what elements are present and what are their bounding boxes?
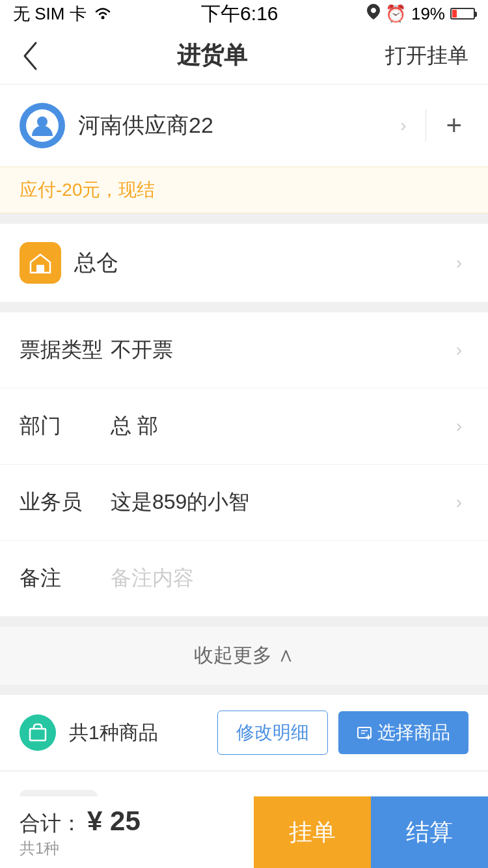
status-left: 无 SIM 卡 bbox=[13, 3, 113, 25]
warehouse-chevron-icon: › bbox=[456, 252, 462, 273]
bottom-bar: 合计： ¥ 25 共1种 挂单 结算 bbox=[0, 796, 488, 868]
warehouse-row[interactable]: 总仓 › bbox=[0, 224, 488, 302]
agent-value: 这是859的小智 bbox=[111, 488, 456, 517]
svg-rect-2 bbox=[36, 265, 44, 273]
agent-label: 业务员 bbox=[20, 488, 111, 517]
supplier-avatar bbox=[20, 103, 65, 148]
remark-row[interactable]: 备注 备注内容 bbox=[0, 541, 488, 616]
status-time: 下午6:16 bbox=[201, 1, 278, 27]
total-main: 合计： ¥ 25 bbox=[20, 806, 234, 838]
open-hang-button[interactable]: 打开挂单 bbox=[385, 42, 468, 70]
remark-input[interactable]: 备注内容 bbox=[111, 564, 468, 593]
warehouse-icon bbox=[20, 242, 61, 284]
svg-point-1 bbox=[37, 116, 47, 127]
location-icon bbox=[367, 4, 380, 24]
select-product-label: 选择商品 bbox=[377, 720, 450, 745]
supplier-row[interactable]: 河南供应商22 › + bbox=[0, 85, 488, 167]
wifi-icon bbox=[93, 4, 113, 24]
ticket-type-label: 票据类型 bbox=[20, 336, 111, 364]
form-section: 票据类型 不开票 › 部门 总 部 › 业务员 这是859的小智 › 备注 备注… bbox=[0, 312, 488, 616]
hang-button[interactable]: 挂单 bbox=[254, 796, 371, 868]
warehouse-section: 总仓 › bbox=[0, 224, 488, 302]
department-chevron-icon: › bbox=[456, 416, 462, 437]
supplier-name: 河南供应商22 bbox=[78, 111, 400, 141]
battery-percentage: 19% bbox=[411, 4, 445, 24]
remark-label: 备注 bbox=[20, 564, 111, 593]
product-header: 共1种商品 修改明细 选择商品 bbox=[0, 695, 488, 770]
svg-point-0 bbox=[101, 16, 104, 19]
supplier-chevron-icon: › bbox=[400, 115, 406, 136]
back-button[interactable] bbox=[20, 40, 39, 72]
nav-bar: 进货单 打开挂单 bbox=[0, 27, 488, 85]
ticket-type-row[interactable]: 票据类型 不开票 › bbox=[0, 312, 488, 388]
agent-row[interactable]: 业务员 这是859的小智 › bbox=[0, 465, 488, 541]
total-label: 合计： bbox=[20, 809, 82, 838]
agent-chevron-icon: › bbox=[456, 492, 462, 513]
supplier-divider bbox=[426, 109, 426, 142]
ticket-type-value: 不开票 bbox=[111, 336, 456, 364]
page-title: 进货单 bbox=[177, 40, 247, 72]
edit-detail-button[interactable]: 修改明细 bbox=[217, 711, 328, 755]
status-right: ⏰ 19% bbox=[367, 4, 475, 24]
warehouse-name: 总仓 bbox=[74, 248, 456, 278]
collapse-more-button[interactable]: 收起更多 ∧ bbox=[0, 627, 488, 685]
department-label: 部门 bbox=[20, 412, 111, 441]
product-count-text: 共1种商品 bbox=[69, 720, 217, 746]
carrier-text: 无 SIM 卡 bbox=[13, 3, 87, 25]
department-row[interactable]: 部门 总 部 › bbox=[0, 388, 488, 465]
product-icon bbox=[20, 714, 56, 751]
total-amount: ¥ 25 bbox=[87, 806, 141, 837]
total-sub: 共1种 bbox=[20, 838, 234, 859]
status-bar: 无 SIM 卡 下午6:16 ⏰ 19% bbox=[0, 0, 488, 27]
department-value: 总 部 bbox=[111, 412, 456, 441]
battery-icon bbox=[450, 8, 475, 20]
checkout-button[interactable]: 结算 bbox=[371, 796, 488, 868]
add-supplier-button[interactable]: + bbox=[439, 110, 468, 141]
supplier-section: 河南供应商22 › + 应付-20元，现结 bbox=[0, 85, 488, 213]
svg-rect-3 bbox=[30, 729, 46, 740]
ticket-type-chevron-icon: › bbox=[456, 340, 462, 360]
alarm-icon: ⏰ bbox=[385, 4, 406, 24]
select-product-button[interactable]: 选择商品 bbox=[338, 711, 468, 754]
supplier-notice: 应付-20元，现结 bbox=[0, 167, 488, 213]
avatar-inner bbox=[26, 109, 59, 142]
total-section: 合计： ¥ 25 共1种 bbox=[0, 796, 254, 868]
